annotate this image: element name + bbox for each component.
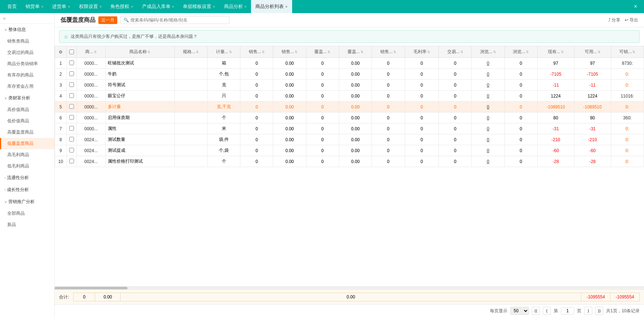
col-header-gross[interactable]: 毛利率⇅ bbox=[405, 46, 439, 58]
nav-close-icon[interactable]: × bbox=[244, 4, 247, 9]
col-header-current[interactable]: 现有...⇅ bbox=[537, 46, 574, 58]
col-header-sales-qty[interactable]: 销售...⇅ bbox=[240, 46, 273, 58]
total-sales-qty: 0 bbox=[83, 294, 86, 300]
row-browse1[interactable]: 0 bbox=[472, 145, 504, 156]
settings-icon[interactable]: ⚙ bbox=[59, 49, 63, 55]
row-name[interactable]: 属性 bbox=[105, 123, 174, 134]
row-browse1[interactable]: 0 bbox=[472, 69, 504, 80]
col-header-spec[interactable]: 规格...⇅ bbox=[174, 46, 207, 58]
sidebar-section-circulation[interactable]: › 流通性分析 bbox=[0, 172, 54, 184]
select-all-checkbox[interactable] bbox=[69, 49, 74, 54]
sidebar-section-overall[interactable]: ∨ 整体信息 bbox=[0, 24, 54, 36]
sidebar-item-low-margin[interactable]: 低毛利商品 bbox=[0, 161, 54, 172]
col-header-name[interactable]: 商品名称⇅ bbox=[105, 46, 174, 58]
horizontal-scrollbar[interactable] bbox=[55, 286, 644, 289]
last-page-button[interactable]: ⟩⟩ bbox=[595, 307, 603, 315]
nav-sales-order[interactable]: 销货单 × bbox=[21, 0, 48, 13]
row-browse1[interactable]: 0 bbox=[472, 123, 504, 134]
col-header-available[interactable]: 可用...⇅ bbox=[574, 46, 611, 58]
sidebar-item-stocked-goods[interactable]: 有库存的商品 bbox=[0, 70, 54, 81]
sidebar-item-traded-goods[interactable]: 交易过的商品 bbox=[0, 47, 54, 58]
sidebar-section-marketing[interactable]: ∨ 营销推广分析 bbox=[0, 196, 54, 208]
nav-close-icon[interactable]: × bbox=[131, 4, 133, 9]
row-browse1[interactable]: 0 bbox=[472, 102, 504, 112]
nav-goods-analysis-list[interactable]: 商品分析列表 × bbox=[251, 0, 292, 13]
nav-close-icon[interactable]: × bbox=[68, 4, 70, 9]
row-name[interactable]: 符号测试 bbox=[105, 80, 174, 91]
sidebar-item-stock-capital[interactable]: 库存资金占用 bbox=[0, 81, 54, 92]
prev-page-button[interactable]: ⟨ bbox=[543, 307, 551, 315]
row-name[interactable]: 测试提成 bbox=[105, 145, 174, 156]
col-header-unit[interactable]: 计量...⇅ bbox=[207, 46, 240, 58]
sidebar-item-high-value[interactable]: 高价值商品 bbox=[0, 104, 54, 115]
col-header-sales3[interactable]: 销售...⇅ bbox=[372, 46, 405, 58]
row-checkbox[interactable] bbox=[67, 91, 77, 102]
nav-close-icon[interactable]: × bbox=[41, 4, 43, 9]
sidebar-item-category-rate[interactable]: 商品分类动销率 bbox=[0, 58, 54, 70]
nav-goods-analysis[interactable]: 商品分析 × bbox=[220, 0, 251, 13]
col-header-cover2[interactable]: 覆盖...⇅ bbox=[339, 46, 372, 58]
sidebar-section-wealth[interactable]: ∨ 类财富分析 bbox=[0, 92, 54, 104]
sidebar-collapse-button[interactable]: « bbox=[3, 15, 6, 21]
sidebar-item-new-goods[interactable]: 新品 bbox=[0, 219, 54, 230]
row-browse1[interactable]: 0 bbox=[472, 91, 504, 102]
sidebar-item-sales-goods[interactable]: 销售类商品 bbox=[0, 36, 54, 47]
row-checkbox[interactable] bbox=[67, 156, 77, 167]
row-name[interactable]: 牛奶 bbox=[105, 69, 174, 80]
row-browse1[interactable]: 0 bbox=[472, 80, 504, 91]
sidebar-section-growth[interactable]: › 成长性分析 bbox=[0, 184, 54, 196]
row-browse1[interactable]: 0 bbox=[472, 156, 504, 167]
row-checkbox[interactable] bbox=[67, 80, 77, 91]
sidebar-item-high-coverage[interactable]: 高覆盖度商品 bbox=[0, 127, 54, 138]
page-number-input[interactable] bbox=[561, 307, 574, 314]
row-name[interactable]: 启用保质期 bbox=[105, 112, 174, 123]
nav-template[interactable]: 单据模板设置 × bbox=[178, 0, 219, 13]
nav-purchase[interactable]: 进货单 × bbox=[48, 0, 74, 13]
col-header-trade[interactable]: 交易...⇅ bbox=[439, 46, 471, 58]
col-header-code[interactable]: 商...⇅ bbox=[77, 46, 106, 58]
row-browse1[interactable]: 0 bbox=[472, 58, 504, 69]
col-header-sales-amt[interactable]: 销售...⇅ bbox=[273, 46, 306, 58]
row-checkbox[interactable] bbox=[67, 69, 77, 80]
row-name[interactable]: 旺辅批次测试 bbox=[105, 58, 174, 69]
sidebar-item-low-value[interactable]: 低价值商品 bbox=[0, 115, 54, 127]
nav-close-icon[interactable]: × bbox=[285, 4, 287, 9]
col-header-settings[interactable]: ⚙ bbox=[55, 46, 67, 58]
col-header-checkbox[interactable] bbox=[67, 46, 77, 58]
col-header-browse1[interactable]: 浏览...⇅ bbox=[472, 46, 504, 58]
window-close-button[interactable]: × bbox=[630, 0, 641, 13]
share-button[interactable]: ⤴ 分享 bbox=[608, 17, 620, 23]
row-name[interactable]: 多计量 bbox=[105, 102, 174, 112]
nav-role-auth[interactable]: 角色授权 × bbox=[106, 0, 137, 13]
nav-close-icon[interactable]: × bbox=[172, 4, 174, 9]
nav-close-icon[interactable]: × bbox=[213, 4, 215, 9]
row-name[interactable]: 属性价格打印测试 bbox=[105, 156, 174, 167]
next-page-button[interactable]: ⟩ bbox=[584, 307, 592, 315]
per-page-select[interactable]: 50 20 100 bbox=[510, 307, 529, 315]
nav-permission[interactable]: 权限设置 × bbox=[75, 0, 106, 13]
col-header-saleable[interactable]: 可销...⇅ bbox=[611, 46, 644, 58]
nav-home[interactable]: 首页 bbox=[3, 0, 21, 13]
row-checkbox[interactable] bbox=[67, 102, 77, 112]
first-page-button[interactable]: ⟨⟨ bbox=[532, 307, 540, 315]
row-checkbox[interactable] bbox=[67, 145, 77, 156]
row-checkbox[interactable] bbox=[67, 112, 77, 123]
nav-production[interactable]: 产成品入库单 × bbox=[138, 0, 178, 13]
date-filter-button[interactable]: 近一月 bbox=[98, 16, 117, 24]
col-header-browse2[interactable]: 浏览...⇅ bbox=[504, 46, 537, 58]
export-button[interactable]: ↩ 导出 bbox=[625, 17, 638, 23]
row-name[interactable]: 眼宝公仔 bbox=[105, 91, 174, 102]
search-input[interactable] bbox=[130, 17, 226, 23]
sidebar-item-all-goods[interactable]: 全部商品 bbox=[0, 208, 54, 219]
row-checkbox[interactable] bbox=[67, 58, 77, 69]
row-checkbox[interactable] bbox=[67, 123, 77, 134]
row-code: 0000... bbox=[77, 123, 106, 134]
col-header-cover1[interactable]: 覆盖...⇅ bbox=[306, 46, 339, 58]
nav-close-icon[interactable]: × bbox=[99, 4, 102, 9]
row-browse1[interactable]: 0 bbox=[472, 112, 504, 123]
sidebar-item-high-margin[interactable]: 高毛利商品 bbox=[0, 149, 54, 161]
row-browse1[interactable]: 0 bbox=[472, 134, 504, 145]
sidebar-item-low-coverage[interactable]: 低覆盖度商品 bbox=[0, 138, 54, 149]
row-checkbox[interactable] bbox=[67, 134, 77, 145]
row-name[interactable]: 测试数量 bbox=[105, 134, 174, 145]
